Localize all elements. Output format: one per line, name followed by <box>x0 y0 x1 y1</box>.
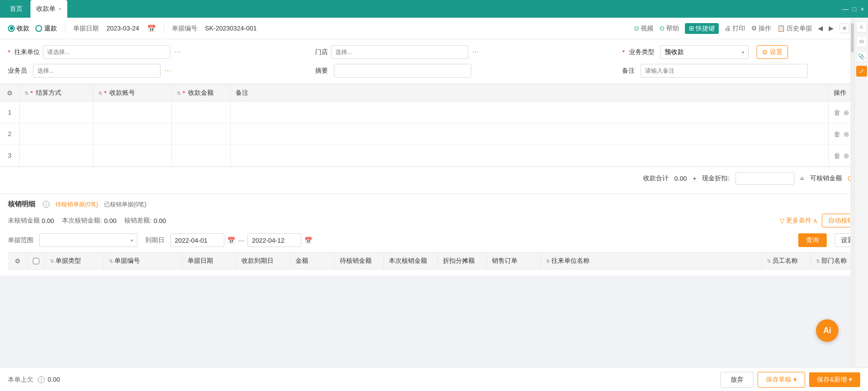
nav-tab-active[interactable]: 收款单 × <box>30 0 67 18</box>
th-settings[interactable]: ⚙ <box>0 84 20 101</box>
top-nav: 首页 收款单 × — □ × <box>0 0 868 18</box>
table-gear-icon[interactable]: ⚙ <box>7 89 13 97</box>
bth-staff: ⇅ 员工名称 <box>762 252 811 269</box>
row-1-amount[interactable] <box>172 102 231 123</box>
row-2-delete-icon[interactable]: 🗑 <box>834 130 841 138</box>
more-conditions-btn[interactable]: ▽ 更多条件 ∧ <box>780 216 818 225</box>
save-new-btn[interactable]: 保存&新增 ▾ <box>809 372 860 387</box>
row-1-settlement[interactable] <box>20 102 93 123</box>
bth-gear[interactable]: ⚙ <box>8 252 27 269</box>
print-btn[interactable]: 🖨 打印 <box>725 24 745 33</box>
table-header: ⚙ ⇅ * 结算方式 ⇅ * 收款账号 ⇅ * 收款金额 备注 操作 <box>0 84 868 102</box>
receive-radio[interactable]: 收款 <box>8 24 29 33</box>
row-2-settlement[interactable] <box>20 123 93 144</box>
row-3-amount[interactable] <box>172 145 231 166</box>
current-info-icon[interactable]: i <box>38 376 45 383</box>
done-tab[interactable]: 已核销单据(0笔) <box>104 200 147 209</box>
table-body: 1 🗑 ⊕ 2 🗑 ⊕ <box>0 102 868 167</box>
row-1-remark[interactable] <box>231 102 829 123</box>
business-type-value: 预收款 <box>665 48 684 56</box>
select-all-checkbox[interactable] <box>33 258 39 264</box>
total-label: 收款合计 <box>643 174 669 183</box>
row-3-account[interactable] <box>93 145 172 166</box>
save-draft-btn[interactable]: 保存草稿 ▾ <box>758 372 805 388</box>
date-to-input[interactable] <box>247 233 301 247</box>
table-row: 3 🗑 ⊕ <box>0 145 868 167</box>
tab-close-icon[interactable]: × <box>58 0 61 18</box>
scroll-thumb[interactable] <box>851 23 854 53</box>
video-btn[interactable]: ⊙ 视频 <box>634 24 653 33</box>
bottom-right: 放弃 保存草稿 ▾ 保存&新增 ▾ <box>720 372 860 388</box>
toolbar-actions: ⊙ 视频 ⊙ 帮助 ⊞ 快捷键 🖨 打印 ⚙ 操作 📋 历史单据 ◀ ▶ ≡ ⊞ <box>634 23 860 34</box>
sidebar-email-icon[interactable]: ✉ <box>856 36 867 47</box>
partner-input[interactable] <box>43 45 170 59</box>
filter-row: 单据范围 ▾ 到期日 📅 — 📅 查询 设置 <box>8 233 860 247</box>
current-value: 0.00 <box>48 376 60 383</box>
scope-field: 单据范围 ▾ <box>8 233 137 247</box>
bth-thisamount: 本次核销金额 <box>384 252 438 269</box>
bottom-table-header: ⚙ ⇅ 单据类型 ⇅ 单据编号 单据日期 收款到期日 金额 <box>8 252 860 270</box>
print-icon: 🖨 <box>725 25 731 32</box>
bth-date: 单据日期 <box>183 252 237 269</box>
help-btn[interactable]: ⊙ 帮助 <box>659 24 679 33</box>
row-2-copy-icon[interactable]: ⊕ <box>843 130 849 138</box>
row-3-settlement[interactable] <box>20 145 93 166</box>
scroll-track[interactable] <box>850 18 854 367</box>
history-btn[interactable]: 📋 历史单据 <box>777 24 812 33</box>
sidebar-expand-icon[interactable]: ⤢ <box>856 66 867 77</box>
row-2-remark[interactable] <box>231 123 829 144</box>
nav-home[interactable]: 首页 <box>4 0 28 18</box>
business-type-select[interactable]: 预收款 ▾ <box>660 45 749 59</box>
row-3-remark[interactable] <box>231 145 829 166</box>
pending-tab[interactable]: 待核销单据(0笔) <box>55 200 98 209</box>
window-max-btn[interactable]: □ <box>853 5 857 13</box>
more-conditions-label: 更多条件 <box>786 216 812 225</box>
row-3-delete-icon[interactable]: 🗑 <box>834 152 841 160</box>
diff-value: 0.00 <box>154 217 166 224</box>
sidebar-attach-icon[interactable]: 📎 <box>856 51 867 62</box>
summary-input[interactable] <box>334 64 471 78</box>
query-btn[interactable]: 查询 <box>798 233 827 247</box>
list-layout-btn[interactable]: ≡ <box>840 24 849 33</box>
staff-more-icon[interactable]: ··· <box>164 66 171 75</box>
date-from-input[interactable] <box>170 233 224 247</box>
refund-radio[interactable]: 退款 <box>35 24 57 33</box>
row-3-copy-icon[interactable]: ⊕ <box>843 152 849 160</box>
date-from-icon[interactable]: 📅 <box>227 237 235 244</box>
calendar-icon[interactable]: 📅 <box>147 25 156 32</box>
th-amount: ⇅ * 收款金额 <box>172 84 231 101</box>
bth-order: 销售订单 <box>487 252 541 269</box>
chevron-down-icon: ▾ <box>742 50 744 55</box>
shortcut-btn[interactable]: ⊞ 快捷键 <box>685 23 719 34</box>
row-1-account[interactable] <box>93 102 172 123</box>
date-to-icon[interactable]: 📅 <box>304 237 312 244</box>
sidebar-table-icon[interactable]: ≡ <box>856 22 867 32</box>
row-2-amount[interactable] <box>172 123 231 144</box>
bth-check[interactable] <box>27 252 45 269</box>
discard-btn[interactable]: 放弃 <box>720 372 754 388</box>
staff-input[interactable] <box>33 64 161 78</box>
operation-btn[interactable]: ⚙ 操作 <box>751 24 771 33</box>
diff-label: 核销差额: <box>124 216 152 225</box>
settings-btn[interactable]: ⚙ 设置 <box>757 45 788 59</box>
store-more-icon[interactable]: ··· <box>472 48 479 56</box>
store-input[interactable] <box>331 45 468 59</box>
window-min-btn[interactable]: — <box>842 5 849 13</box>
note-input[interactable] <box>641 64 808 78</box>
verify-info-icon[interactable]: i <box>43 201 50 208</box>
summary-label: 摘要 <box>315 66 328 75</box>
prev-btn[interactable]: ◀ <box>818 25 823 32</box>
discount-input[interactable] <box>735 172 794 185</box>
row-1-delete-icon[interactable]: 🗑 <box>834 109 841 116</box>
window-close-btn[interactable]: × <box>860 5 864 13</box>
row-1-copy-icon[interactable]: ⊕ <box>843 109 849 116</box>
row-2-account[interactable] <box>93 123 172 144</box>
help-label: 帮助 <box>666 24 679 33</box>
save-new-label: 保存&新增 <box>817 375 847 384</box>
filter-right: ▽ 更多条件 ∧ 自动核销 <box>780 214 860 227</box>
ai-badge[interactable]: Ai <box>816 319 839 342</box>
btable-gear-icon[interactable]: ⚙ <box>15 257 21 265</box>
partner-more-icon[interactable]: ··· <box>174 48 181 56</box>
next-btn[interactable]: ▶ <box>829 25 834 32</box>
scope-select[interactable]: ▾ <box>39 233 137 247</box>
